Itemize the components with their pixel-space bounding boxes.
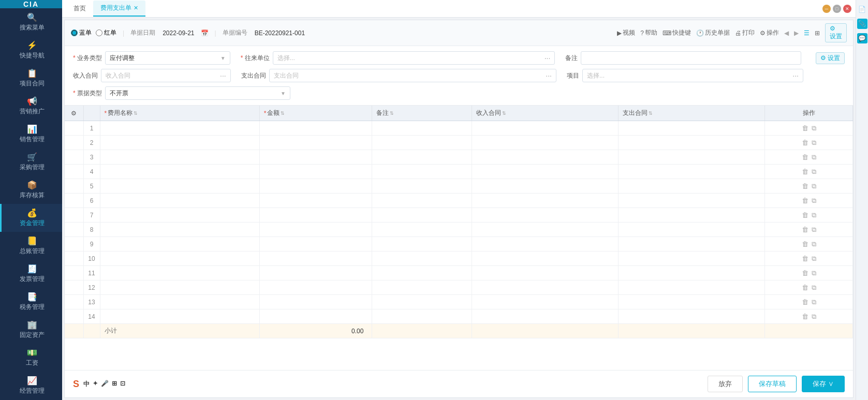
red-bill-radio[interactable]: 红单 — [96, 28, 116, 37]
delete-row-icon[interactable]: 🗑 — [802, 298, 808, 306]
income-contract-more-icon[interactable]: ··· — [220, 71, 226, 80]
row-amount-cell[interactable] — [259, 237, 372, 251]
brand-icon-5[interactable]: ⊡ — [120, 380, 125, 389]
close-tab-icon[interactable]: ✕ — [134, 5, 138, 11]
grid-view-icon[interactable]: ⊞ — [815, 29, 820, 37]
invoice-type-input[interactable]: 不开票 ▼ — [105, 86, 290, 100]
next-btn[interactable]: ▶ — [794, 29, 799, 37]
sidebar-item-shortcut[interactable]: ⚡ 快捷导航 — [0, 36, 62, 64]
row-amount-cell[interactable] — [259, 150, 372, 165]
sidebar-item-sales[interactable]: 📊 销售管理 — [0, 120, 62, 148]
delete-row-icon[interactable]: 🗑 — [802, 182, 808, 190]
col-amount-sort-icon[interactable]: ⇅ — [281, 111, 285, 116]
copy-row-icon[interactable]: ⧉ — [812, 124, 816, 132]
field-settings-button[interactable]: ⚙ 设置 — [816, 52, 845, 64]
right-panel-clip-icon[interactable]: 📎 — [857, 19, 867, 29]
copy-row-icon[interactable]: ⧉ — [812, 153, 816, 161]
row-income-cell[interactable] — [472, 208, 618, 223]
row-amount-cell[interactable] — [259, 121, 372, 136]
settings-button[interactable]: ⚙ 设置 — [825, 23, 847, 42]
row-name-cell[interactable] — [100, 165, 259, 179]
sidebar-item-invoice[interactable]: 🧾 发票管理 — [0, 260, 62, 288]
copy-row-icon[interactable]: ⧉ — [812, 182, 816, 190]
row-income-cell[interactable] — [472, 165, 618, 179]
row-note-cell[interactable] — [372, 309, 472, 324]
table-row[interactable]: 3 🗑 ⧉ — [65, 150, 853, 165]
brand-icon-2[interactable]: ✦ — [93, 380, 98, 389]
save-button[interactable]: 保存 ∨ — [802, 376, 845, 392]
copy-row-icon[interactable]: ⧉ — [812, 139, 816, 147]
delete-row-icon[interactable]: 🗑 — [802, 168, 808, 176]
row-note-cell[interactable] — [372, 179, 472, 194]
copy-row-icon[interactable]: ⧉ — [812, 226, 816, 234]
copy-row-icon[interactable]: ⧉ — [812, 269, 816, 277]
row-note-cell[interactable] — [372, 223, 472, 237]
col-income-sort-icon[interactable]: ⇅ — [502, 111, 506, 116]
table-row[interactable]: 11 🗑 ⧉ — [65, 266, 853, 280]
row-income-cell[interactable] — [472, 179, 618, 194]
brand-icon-3[interactable]: 🎤 — [101, 380, 109, 389]
row-note-cell[interactable] — [372, 237, 472, 251]
history-btn[interactable]: 🕐 历史单据 — [696, 28, 730, 37]
sidebar-item-ledger[interactable]: 📒 总账管理 — [0, 232, 62, 260]
table-wrapper[interactable]: ⚙ * 费用名称 ⇅ — [65, 106, 853, 370]
row-name-cell[interactable] — [100, 150, 259, 165]
row-note-cell[interactable] — [372, 165, 472, 179]
row-amount-cell[interactable] — [259, 136, 372, 150]
row-income-cell[interactable] — [472, 251, 618, 266]
table-row[interactable]: 12 🗑 ⧉ — [65, 280, 853, 295]
row-name-cell[interactable] — [100, 309, 259, 324]
copy-row-icon[interactable]: ⧉ — [812, 284, 816, 292]
row-income-cell[interactable] — [472, 121, 618, 136]
abandon-button[interactable]: 放弃 — [708, 376, 743, 392]
more-options-icon[interactable]: ··· — [545, 54, 551, 62]
row-expense-cell[interactable] — [619, 150, 765, 165]
project-input[interactable]: 选择... ··· — [582, 69, 803, 82]
row-note-cell[interactable] — [372, 251, 472, 266]
delete-row-icon[interactable]: 🗑 — [802, 255, 808, 263]
row-expense-cell[interactable] — [619, 309, 765, 324]
delete-row-icon[interactable]: 🗑 — [802, 313, 808, 321]
row-name-cell[interactable] — [100, 136, 259, 150]
row-expense-cell[interactable] — [619, 251, 765, 266]
row-amount-cell[interactable] — [259, 194, 372, 208]
tab-home[interactable]: 首页 — [66, 1, 93, 16]
delete-row-icon[interactable]: 🗑 — [802, 211, 808, 219]
maximize-button[interactable]: □ — [833, 5, 841, 13]
row-name-cell[interactable] — [100, 280, 259, 295]
expense-contract-input[interactable]: 支出合同 ··· — [269, 69, 556, 82]
brand-icon-1[interactable]: 中 — [83, 380, 90, 389]
blue-bill-radio[interactable]: 蓝单 — [71, 28, 92, 37]
row-name-cell[interactable] — [100, 179, 259, 194]
minimize-button[interactable]: ─ — [822, 5, 831, 13]
sidebar-item-marketing[interactable]: 📢 营销推广 — [0, 92, 62, 120]
table-row[interactable]: 9 🗑 ⧉ — [65, 237, 853, 251]
table-row[interactable]: 13 🗑 ⧉ — [65, 295, 853, 309]
row-amount-cell[interactable] — [259, 266, 372, 280]
counterpart-input[interactable]: 选择... ··· — [273, 51, 555, 65]
help-btn[interactable]: ? 帮助 — [640, 28, 657, 37]
save-draft-button[interactable]: 保存草稿 — [748, 376, 797, 392]
row-note-cell[interactable] — [372, 266, 472, 280]
sidebar-item-search[interactable]: 🔍 搜索菜单 — [0, 8, 62, 36]
table-row[interactable]: 14 🗑 ⧉ — [65, 309, 853, 324]
row-income-cell[interactable] — [472, 150, 618, 165]
row-note-cell[interactable] — [372, 208, 472, 223]
shortcut-btn[interactable]: ⌨ 快捷键 — [663, 28, 691, 37]
row-amount-cell[interactable] — [259, 223, 372, 237]
row-name-cell[interactable] — [100, 295, 259, 309]
tab-expense[interactable]: 费用支出单 ✕ — [93, 1, 145, 17]
sidebar-item-salary[interactable]: 💵 工资 — [0, 344, 62, 372]
col-settings-header[interactable]: ⚙ — [65, 106, 83, 121]
close-button[interactable]: ✕ — [843, 5, 851, 13]
delete-row-icon[interactable]: 🗑 — [802, 284, 808, 292]
table-row[interactable]: 8 🗑 ⧉ — [65, 223, 853, 237]
sidebar-item-capital[interactable]: 💰 资金管理 — [0, 204, 62, 232]
row-name-cell[interactable] — [100, 194, 259, 208]
row-amount-cell[interactable] — [259, 208, 372, 223]
delete-row-icon[interactable]: 🗑 — [802, 269, 808, 277]
right-panel-doc-icon[interactable]: 📄 — [857, 4, 867, 14]
delete-row-icon[interactable]: 🗑 — [802, 226, 808, 234]
row-expense-cell[interactable] — [619, 208, 765, 223]
sidebar-item-inventory[interactable]: 📦 库存核算 — [0, 176, 62, 204]
